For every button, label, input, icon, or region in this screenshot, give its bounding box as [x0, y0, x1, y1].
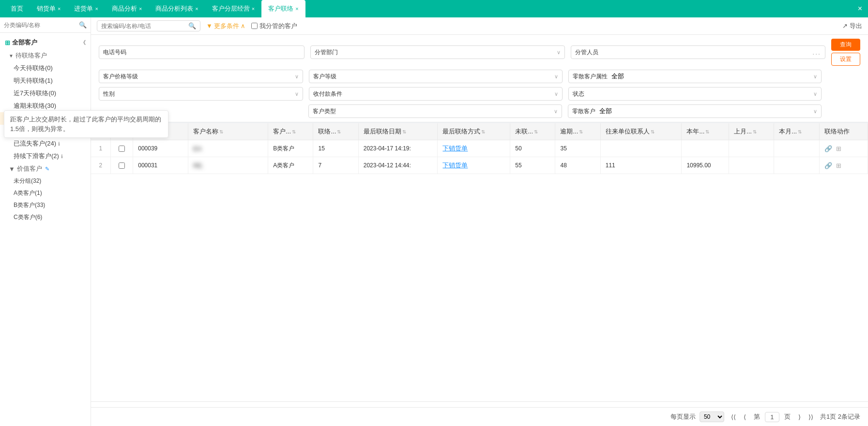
sidebar-content: ⊞ 全部客户 《 ▼ 待联络客户 今天待联络(0) 明天待联络(1) 近7天待联…: [0, 33, 91, 426]
value-triangle-icon: ▼: [9, 165, 15, 173]
gender-field[interactable]: 性别 ∨: [99, 87, 303, 101]
my-customers-check[interactable]: [251, 23, 258, 29]
row2-index: 2: [91, 157, 110, 174]
content-area: 🔍 ▼ 更多条件 ∧ 我分管的客户 ↗ 导出 电话号码: [91, 17, 868, 426]
search-icon[interactable]: 🔍: [188, 22, 196, 29]
sort-month-icon: ⇅: [798, 129, 802, 134]
close-sales-icon[interactable]: ×: [58, 6, 61, 12]
current-page-input[interactable]: 1: [765, 412, 779, 422]
close-product-analysis-icon[interactable]: ×: [139, 6, 142, 12]
sidebar-item-a-class[interactable]: A类客户(1): [0, 187, 91, 199]
th-name[interactable]: 客户名称⇅: [188, 123, 268, 140]
th-last-contact-date[interactable]: 最后联络日期⇅: [358, 123, 438, 140]
sidebar-item-tomorrow[interactable]: 明天待联络(1): [0, 74, 91, 87]
customer-type-field[interactable]: 客户类型 ∨: [308, 104, 562, 118]
row1-this-year: [682, 140, 729, 157]
table-body: 1 000039 EA B类客户 15 2023-04-17 14:19: 下销…: [91, 140, 868, 174]
nav-home[interactable]: 首页: [4, 0, 30, 17]
retail-attr-field[interactable]: 零散客户属性 全部 ∨: [568, 70, 822, 83]
row1-checkbox[interactable]: [119, 146, 125, 152]
first-page-icon[interactable]: ⟨⟨: [728, 412, 739, 422]
my-customers-checkbox[interactable]: 我分管的客户: [251, 22, 297, 30]
sidebar-item-today[interactable]: 今天待联络(0): [0, 62, 91, 74]
row2-link-icon[interactable]: 🔗: [824, 162, 832, 169]
retail-customer-field[interactable]: 零散客户 全部 ∨: [568, 104, 822, 118]
row2-checkbox[interactable]: [119, 162, 125, 169]
th-contact-count[interactable]: 联络...⇅: [313, 123, 358, 140]
settings-button[interactable]: 设置: [831, 53, 860, 66]
row2-last-method[interactable]: 下销货单: [438, 157, 510, 174]
status-field[interactable]: 状态 ∨: [568, 87, 822, 101]
prev-page-icon[interactable]: ⟨: [741, 412, 749, 422]
per-page-select[interactable]: 50 100 200: [700, 411, 724, 422]
last-page-icon[interactable]: ⟩⟩: [806, 412, 816, 422]
row2-method-link[interactable]: 下销货单: [442, 162, 468, 169]
phone-field[interactable]: 电话号码: [99, 45, 305, 59]
overdue-label: 逾期未联络(30): [14, 102, 56, 110]
close-contact-icon[interactable]: ×: [295, 6, 298, 12]
nav-purchase-order[interactable]: 进货单 ×: [67, 0, 105, 17]
page-unit: 页: [781, 411, 793, 422]
nav-product-analysis-list[interactable]: 商品分析列表 ×: [149, 0, 205, 17]
customer-type-label: 客户类型: [313, 107, 336, 116]
th-last-contact-method[interactable]: 最后联络方式⇅: [438, 123, 510, 140]
sidebar-item-7days[interactable]: 近7天待联络(0): [0, 87, 91, 100]
row2-name: RE.: [188, 157, 268, 174]
row2-qr-icon[interactable]: ⊞: [836, 162, 841, 169]
sidebar-item-lost[interactable]: 已流失客户(24) ℹ: [0, 137, 91, 150]
th-last-month[interactable]: 上月...⇅: [729, 123, 774, 140]
th-this-year[interactable]: 本年...⇅: [682, 123, 729, 140]
nav-sales-order[interactable]: 销货单 ×: [30, 0, 67, 17]
sidebar-search-icon[interactable]: 🔍: [79, 21, 87, 29]
next-page-icon[interactable]: ⟩: [795, 412, 804, 422]
row1-last-method[interactable]: 下销货单: [438, 140, 510, 157]
top-navigation: 首页 销货单 × 进货单 × 商品分析 × 商品分析列表 × 客户分层经营 × …: [0, 0, 868, 17]
row1-name-blurred: EA: [193, 145, 201, 152]
sidebar-item-b-class[interactable]: B类客户(33): [0, 199, 91, 211]
query-button[interactable]: 查询: [831, 39, 860, 51]
more-conditions-button[interactable]: ▼ 更多条件 ∧: [206, 22, 245, 30]
value-group-header[interactable]: ▼ 价值客户 ✎: [0, 162, 91, 175]
row1-qr-icon[interactable]: ⊞: [836, 145, 841, 152]
row1-contact-count: 15: [313, 140, 358, 157]
sort-overdue-icon: ⇅: [579, 129, 583, 134]
department-field[interactable]: 分管部门 ∨: [310, 45, 565, 59]
sidebar: 🔍 ⊞ 全部客户 《 ▼ 待联络客户 今天待联络(0) 明天待联络(1) 近7天…: [0, 17, 91, 426]
sort-lmonth-icon: ⇅: [753, 129, 757, 134]
th-this-month[interactable]: 本月...⇅: [774, 123, 819, 140]
sidebar-item-declining[interactable]: 持续下滑客户(2) ℹ: [0, 150, 91, 162]
sidebar-item-unclassified[interactable]: 未分组(32): [0, 175, 91, 187]
export-button[interactable]: ↗ 导出: [842, 22, 862, 30]
7days-label: 近7天待联络(0): [14, 89, 56, 98]
nav-product-analysis[interactable]: 商品分析 ×: [105, 0, 149, 17]
sidebar-item-c-class[interactable]: C类客户(6): [0, 211, 91, 223]
nav-customer-tiering[interactable]: 客户分层经营 ×: [205, 0, 261, 17]
manager-field[interactable]: 分管人员 ...: [571, 45, 825, 59]
row1-code: 000039: [133, 140, 188, 157]
pending-contact-group[interactable]: ▼ 待联络客户: [0, 49, 91, 62]
row1-method-link[interactable]: 下销货单: [442, 145, 468, 152]
pending-contact-label: 待联络客户: [15, 51, 47, 60]
customer-table: ⚙ 客户编码⇅ 客户名称⇅ 客户...⇅ 联络...⇅ 最后联络日期⇅ 最后联络…: [91, 123, 868, 174]
th-uncontact[interactable]: 未联...⇅: [510, 123, 555, 140]
all-customers-header[interactable]: ⊞ 全部客户 《: [0, 36, 91, 49]
customer-level-field[interactable]: 客户等级 ∨: [309, 70, 562, 83]
close-purchase-icon[interactable]: ×: [95, 6, 98, 12]
th-type[interactable]: 客户...⇅: [268, 123, 313, 140]
row1-link-icon[interactable]: 🔗: [824, 145, 832, 152]
horizontal-scrollbar[interactable]: [91, 401, 868, 407]
edit-icon[interactable]: ✎: [45, 166, 49, 172]
th-unit-contact[interactable]: 往来单位联系人⇅: [600, 123, 682, 140]
close-product-list-icon[interactable]: ×: [195, 6, 198, 12]
nav-customer-contact[interactable]: 客户联络 ×: [261, 0, 305, 17]
close-all-button[interactable]: ×: [858, 4, 862, 13]
close-tiering-icon[interactable]: ×: [252, 6, 255, 12]
price-level-field[interactable]: 客户价格等级 ∨: [99, 70, 303, 83]
sidebar-search-input[interactable]: [4, 22, 77, 29]
sort-unit-icon: ⇅: [651, 129, 655, 134]
payment-field[interactable]: 收付款条件 ∨: [309, 87, 562, 101]
th-overdue[interactable]: 逾期...⇅: [555, 123, 600, 140]
search-input[interactable]: [101, 23, 188, 29]
collapse-icon[interactable]: 《: [80, 39, 86, 46]
sort-uncontact-icon: ⇅: [534, 129, 538, 134]
